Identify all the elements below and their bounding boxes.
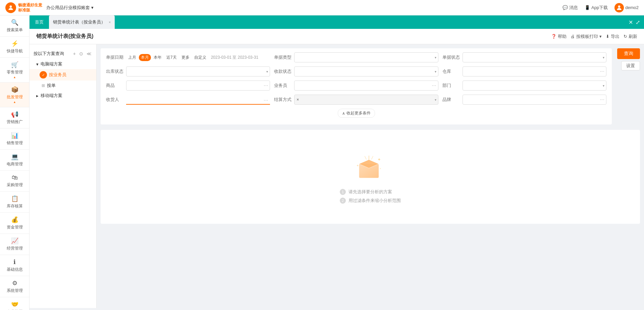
warehouse-label: 仓库 xyxy=(442,68,460,74)
tab-active[interactable]: 销货单统计表（按业务员） × xyxy=(49,15,115,29)
tree-child-order[interactable]: ⊞ 按单 xyxy=(30,81,96,91)
message-icon: 💬 xyxy=(562,5,568,10)
message-button[interactable]: 💬 消息 xyxy=(562,5,578,11)
settings-button[interactable]: 设置 xyxy=(621,61,640,70)
export-button[interactable]: ⬇ 导出 xyxy=(606,34,620,40)
tree-child-salesperson[interactable]: ✓ 按业务员 xyxy=(30,69,96,81)
left-panel-icons: + ⊙ ≪ xyxy=(72,50,92,57)
right-panel: 单据日期 上月 本月 本年 近7天 更多 xyxy=(97,44,644,308)
receiver-input[interactable] xyxy=(126,95,270,105)
order-status-control: ▾ xyxy=(463,52,606,62)
date-filter-control: 上月 本月 本年 近7天 更多 自定义 2023-03-01 至 20 xyxy=(126,54,270,61)
chevron-right-icon: ▸ xyxy=(36,93,39,98)
goods-label: 商品 xyxy=(106,83,123,89)
sidebar-item-basic-info[interactable]: ℹ 基础信息 xyxy=(0,255,29,276)
sidebar: 🔍 搜索菜单 ⚡ 快捷导航 🛒 零售管理 ▴ 📦 批发管理 ▴ 📢 营销推广 📊… xyxy=(0,15,30,310)
salesperson-dots-icon[interactable]: ··· xyxy=(432,83,436,89)
date-tab-this-year[interactable]: 本年 xyxy=(152,54,164,61)
left-panel: 按以下方案查询 + ⊙ ≪ ▾ 电脑端方案 ✓ 按业务员 xyxy=(30,44,97,308)
app-download-button[interactable]: 📱 App下载 xyxy=(585,5,608,11)
sidebar-item-marketing[interactable]: 📢 营销推广 xyxy=(0,107,29,128)
brand-input[interactable] xyxy=(463,95,606,105)
warehouse-input[interactable] xyxy=(463,66,606,76)
tree-item-desktop[interactable]: ▾ 电脑端方案 xyxy=(30,59,96,69)
gear-icon: ⚙ xyxy=(12,279,17,287)
page-header: 销货单统计表(按业务员) ❓ 帮助 🖨 按模板打印 ▾ ⬇ 导出 xyxy=(30,29,644,44)
sidebar-item-sales[interactable]: 📊 销售管理 xyxy=(0,128,29,150)
refresh-button[interactable]: ↻ 刷新 xyxy=(624,34,637,40)
tab-home[interactable]: 首页 xyxy=(30,15,49,29)
tree-item-mobile[interactable]: ▸ 移动端方案 xyxy=(30,91,96,101)
help-button[interactable]: ❓ 帮助 xyxy=(551,34,567,40)
print-button[interactable]: 🖨 按模板打印 ▾ xyxy=(571,34,602,40)
ecommerce-icon: 💻 xyxy=(11,153,18,160)
department-filter-item: 部门 ▾ xyxy=(442,81,606,91)
receipt-status-control: ▾ xyxy=(294,66,438,76)
date-tab-7days[interactable]: 近7天 xyxy=(164,54,179,61)
empty-steps: 1 请先选择要分析的方案 2 用过滤条件来缩小分析范围 xyxy=(340,189,401,204)
app-selector[interactable]: 办公用品行业模拟账套 ▾ xyxy=(46,5,94,11)
sidebar-item-shortcuts[interactable]: ⚡ 快捷导航 xyxy=(0,37,29,58)
tab-close-all-button[interactable]: ✕ xyxy=(629,19,633,25)
salesperson-label: 业务员 xyxy=(274,83,291,89)
filter-row-2: 出库状态 ▾ 收款状态 xyxy=(106,66,606,76)
department-input[interactable] xyxy=(463,81,606,91)
sidebar-item-retail[interactable]: 🛒 零售管理 ▴ xyxy=(0,58,29,83)
sidebar-item-inventory[interactable]: 📋 库存核算 xyxy=(0,192,29,213)
payment-tag-close-button[interactable]: × xyxy=(297,97,299,102)
goods-input[interactable] xyxy=(126,81,270,91)
out-status-filter-item: 出库状态 ▾ xyxy=(106,66,270,76)
goods-dots-icon[interactable]: ··· xyxy=(264,83,268,89)
tab-expand-button[interactable]: ⤢ xyxy=(636,19,640,25)
warehouse-dots-icon[interactable]: ··· xyxy=(600,68,604,74)
out-status-input[interactable] xyxy=(126,66,270,76)
finance-icon: 💰 xyxy=(11,216,18,223)
receiver-dots-icon[interactable]: ··· xyxy=(264,97,268,103)
date-tab-this-month[interactable]: 本月 xyxy=(139,54,151,61)
sidebar-item-operations[interactable]: 📈 经营管理 xyxy=(0,234,29,255)
collapse-more-button[interactable]: ∧ 收起更多条件 xyxy=(338,109,375,118)
user-menu[interactable]: demo2 xyxy=(614,3,639,12)
tab-bar-actions: ✕ ⤢ xyxy=(629,19,644,25)
collapse-panel-button[interactable]: ≪ xyxy=(86,50,92,57)
sidebar-item-system[interactable]: ⚙ 系统管理 xyxy=(0,276,29,297)
payment-filter-item: 结算方式 × ▾ xyxy=(274,95,438,105)
receipt-status-input[interactable] xyxy=(294,66,438,76)
date-tab-custom[interactable]: 自定义 xyxy=(192,54,208,61)
sidebar-item-wholesale[interactable]: 📦 批发管理 ▴ xyxy=(0,83,29,107)
sidebar-item-ecommerce[interactable]: 💻 电商管理 xyxy=(0,150,29,171)
svg-line-10 xyxy=(365,156,366,159)
salesperson-input[interactable] xyxy=(294,81,438,91)
copy-scheme-button[interactable]: ⊙ xyxy=(78,50,84,57)
download-icon: 📱 xyxy=(585,5,590,10)
sidebar-item-purchase[interactable]: 🛍 采购管理 xyxy=(0,171,29,192)
empty-step-2: 2 用过滤条件来缩小分析范围 xyxy=(340,198,401,204)
export-icon: ⬇ xyxy=(606,34,609,39)
query-button[interactable]: 查询 xyxy=(617,48,640,59)
order-type-input[interactable] xyxy=(294,52,438,62)
order-type-control: ▾ xyxy=(294,52,438,62)
order-status-input[interactable] xyxy=(463,52,606,62)
goods-control: ··· xyxy=(126,81,270,91)
avatar xyxy=(614,3,624,12)
marketing-icon: 📢 xyxy=(11,111,18,118)
date-tab-last-month[interactable]: 上月 xyxy=(126,54,138,61)
date-tabs: 上月 本月 本年 近7天 更多 自定义 xyxy=(126,54,208,61)
brand-dots-icon[interactable]: ··· xyxy=(600,97,604,103)
sidebar-item-enterprise-collab[interactable]: 🤝 企业协同 xyxy=(0,297,29,310)
order-type-filter-item: 单据类型 ▾ xyxy=(274,52,438,62)
sidebar-item-search[interactable]: 🔍 搜索菜单 xyxy=(0,15,29,37)
date-tab-more[interactable]: 更多 xyxy=(179,54,192,61)
order-type-label: 单据类型 xyxy=(274,54,291,60)
collapse-icon: ∧ xyxy=(342,111,345,116)
sidebar-item-finance[interactable]: 💰 资金管理 xyxy=(0,213,29,234)
filter-and-actions: 单据日期 上月 本月 本年 近7天 更多 xyxy=(101,48,640,127)
wholesale-icon: 📦 xyxy=(11,86,18,93)
add-scheme-button[interactable]: + xyxy=(72,50,76,57)
date-filter-label: 单据日期 xyxy=(106,54,123,60)
top-bar: 畅捷通好生意 标准版 办公用品行业模拟账套 ▾ 💬 消息 📱 App下载 dem… xyxy=(0,0,644,15)
page-actions: ❓ 帮助 🖨 按模板打印 ▾ ⬇ 导出 ↻ 刷新 xyxy=(551,34,637,40)
svg-point-0 xyxy=(10,5,12,8)
tab-close-button[interactable]: × xyxy=(109,20,111,24)
svg-text:✦: ✦ xyxy=(377,157,381,162)
